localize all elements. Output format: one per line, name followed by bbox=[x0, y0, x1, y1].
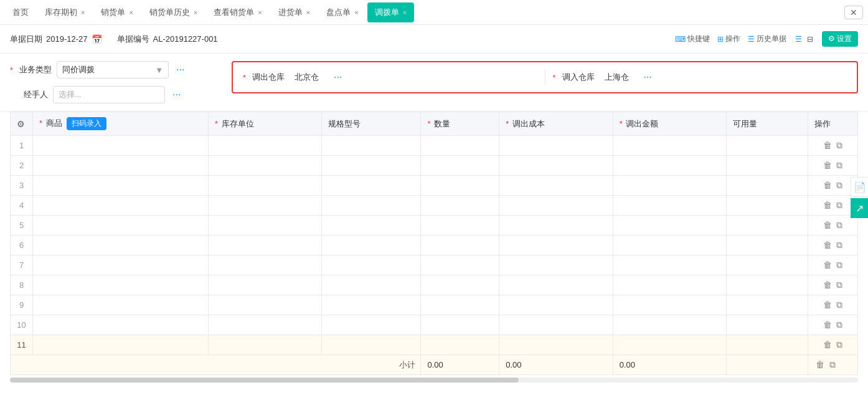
tab-transfer-order-close[interactable]: × bbox=[403, 9, 407, 16]
row-product-10[interactable] bbox=[33, 315, 209, 335]
row-available-6 bbox=[727, 236, 808, 255]
delete-icon-11[interactable]: 🗑 bbox=[823, 340, 832, 350]
business-type-more-btn[interactable]: ··· bbox=[174, 64, 187, 75]
warehouse-in-star: * bbox=[553, 73, 556, 82]
copy-icon-1[interactable]: ⧉ bbox=[836, 140, 842, 150]
float-expand-button[interactable]: ↗ bbox=[851, 198, 868, 218]
row-unit-1 bbox=[208, 136, 321, 156]
copy-icon-5[interactable]: ⧉ bbox=[836, 220, 842, 230]
tab-inventory-check-close[interactable]: × bbox=[354, 9, 358, 16]
header-actions: ⌨ 快捷键 ⊞ 操作 ☰ 历史单据 ☰ ⊟ ⚙ 设置 bbox=[675, 31, 858, 47]
settings-button[interactable]: ⚙ 设置 bbox=[822, 31, 858, 47]
delete-icon-4[interactable]: 🗑 bbox=[823, 200, 832, 210]
float-doc-button[interactable]: 📄 bbox=[851, 177, 868, 197]
warehouse-out-star: * bbox=[243, 73, 246, 82]
row-product-1[interactable] bbox=[33, 136, 209, 156]
copy-icon-3[interactable]: ⧉ bbox=[836, 180, 842, 190]
copy-icon-2[interactable]: ⧉ bbox=[836, 160, 842, 170]
row-cost-6 bbox=[499, 236, 613, 255]
copy-icon-10[interactable]: ⧉ bbox=[836, 320, 842, 330]
warehouse-in-more-btn[interactable]: ··· bbox=[641, 72, 654, 83]
window-close-button[interactable]: ✕ bbox=[844, 6, 863, 19]
delete-icon-7[interactable]: 🗑 bbox=[823, 260, 832, 270]
subtotal-copy-icon[interactable]: ⧉ bbox=[829, 359, 836, 369]
delete-icon-9[interactable]: 🗑 bbox=[823, 300, 832, 310]
delete-icon-10[interactable]: 🗑 bbox=[823, 320, 832, 330]
row-qty-3 bbox=[421, 176, 499, 196]
row-product-6[interactable] bbox=[33, 236, 209, 255]
row-ops-10: 🗑 ⧉ bbox=[808, 315, 858, 335]
row-amount-6 bbox=[613, 236, 726, 255]
warehouse-out-more-btn[interactable]: ··· bbox=[331, 72, 344, 83]
row-product-7[interactable] bbox=[33, 255, 209, 275]
row-product-9[interactable] bbox=[33, 295, 209, 315]
row-cost-2 bbox=[499, 156, 613, 176]
subtotal-amount: 0.00 bbox=[613, 355, 726, 375]
tab-sales-order-label: 销货单 bbox=[101, 7, 125, 18]
row-qty-2 bbox=[421, 156, 499, 176]
tab-view-sales[interactable]: 查看销货单 × bbox=[206, 2, 269, 22]
layout-grid-icon[interactable]: ⊟ bbox=[806, 34, 814, 45]
copy-icon-8[interactable]: ⧉ bbox=[836, 280, 842, 290]
table-row: 1 🗑 ⧉ bbox=[11, 136, 858, 156]
delete-icon-1[interactable]: 🗑 bbox=[823, 140, 832, 150]
tab-transfer-order[interactable]: 调拨单 × bbox=[367, 2, 414, 22]
tab-inventory-init-label: 库存期初 bbox=[45, 7, 77, 18]
tab-sales-history-close[interactable]: × bbox=[194, 9, 197, 16]
row-product-11[interactable] bbox=[33, 335, 209, 355]
row-unit-10 bbox=[208, 315, 321, 335]
row-qty-8 bbox=[421, 275, 499, 295]
scan-entry-button[interactable]: 扫码录入 bbox=[67, 117, 106, 130]
business-type-select[interactable]: 同价调拨 ▼ bbox=[57, 61, 169, 79]
row-unit-11 bbox=[208, 335, 321, 355]
horizontal-scrollbar[interactable] bbox=[10, 378, 858, 383]
tab-inventory-init[interactable]: 库存期初 × bbox=[37, 2, 92, 22]
layout-list-icon[interactable]: ☰ bbox=[794, 34, 803, 45]
tab-purchase-order[interactable]: 进货单 × bbox=[271, 2, 318, 22]
calendar-icon[interactable]: 📅 bbox=[92, 34, 102, 44]
delete-icon-6[interactable]: 🗑 bbox=[823, 240, 832, 250]
handler-select[interactable]: 选择... bbox=[53, 86, 165, 103]
tab-view-sales-close[interactable]: × bbox=[258, 9, 262, 16]
shortcut-action[interactable]: ⌨ 快捷键 bbox=[675, 34, 710, 44]
tab-home[interactable]: 首页 bbox=[5, 2, 36, 22]
row-product-8[interactable] bbox=[33, 275, 209, 295]
row-spec-11 bbox=[322, 335, 421, 355]
delete-icon-3[interactable]: 🗑 bbox=[823, 180, 832, 190]
row-product-4[interactable] bbox=[33, 196, 209, 216]
tab-purchase-order-close[interactable]: × bbox=[306, 9, 310, 16]
operation-action[interactable]: ⊞ 操作 bbox=[717, 34, 740, 44]
copy-icon-9[interactable]: ⧉ bbox=[836, 300, 842, 310]
row-qty-6 bbox=[421, 236, 499, 255]
copy-icon-7[interactable]: ⧉ bbox=[836, 260, 842, 270]
handler-more-btn[interactable]: ··· bbox=[170, 89, 183, 100]
tab-sales-order-close[interactable]: × bbox=[129, 9, 133, 16]
col-amount-label: 调出金额 bbox=[626, 119, 658, 128]
table-settings-button[interactable]: ⚙ bbox=[17, 119, 25, 129]
history-action[interactable]: ☰ 历史单据 bbox=[748, 34, 786, 44]
tab-inventory-init-close[interactable]: × bbox=[81, 9, 85, 16]
copy-icon-6[interactable]: ⧉ bbox=[836, 240, 842, 250]
delete-icon-8[interactable]: 🗑 bbox=[823, 280, 832, 290]
row-product-5[interactable] bbox=[33, 216, 209, 236]
delete-icon-2[interactable]: 🗑 bbox=[823, 160, 832, 170]
row-product-3[interactable] bbox=[33, 176, 209, 196]
row-number-10: 10 bbox=[11, 315, 33, 335]
row-number-5: 5 bbox=[11, 216, 33, 236]
row-spec-9 bbox=[322, 295, 421, 315]
tab-sales-order[interactable]: 销货单 × bbox=[93, 2, 140, 22]
subtotal-row: 小计 0.00 0.00 0.00 🗑 ⧉ bbox=[11, 355, 858, 375]
row-available-1 bbox=[727, 136, 808, 156]
warehouse-out-label: 调出仓库 bbox=[252, 72, 285, 83]
data-table: ⚙ * 商品 扫码录入 * 库存单位 规格型号 * bbox=[10, 112, 858, 375]
row-product-2[interactable] bbox=[33, 156, 209, 176]
row-number-9: 9 bbox=[11, 295, 33, 315]
row-amount-9 bbox=[613, 295, 726, 315]
copy-icon-4[interactable]: ⧉ bbox=[836, 200, 842, 210]
delete-icon-5[interactable]: 🗑 bbox=[823, 220, 832, 230]
subtotal-delete-icon[interactable]: 🗑 bbox=[816, 359, 824, 369]
tab-sales-history[interactable]: 销货单历史 × bbox=[142, 2, 205, 22]
copy-icon-11[interactable]: ⧉ bbox=[836, 340, 842, 350]
tab-inventory-check[interactable]: 盘点单 × bbox=[319, 2, 366, 22]
operation-label: 操作 bbox=[725, 34, 740, 44]
